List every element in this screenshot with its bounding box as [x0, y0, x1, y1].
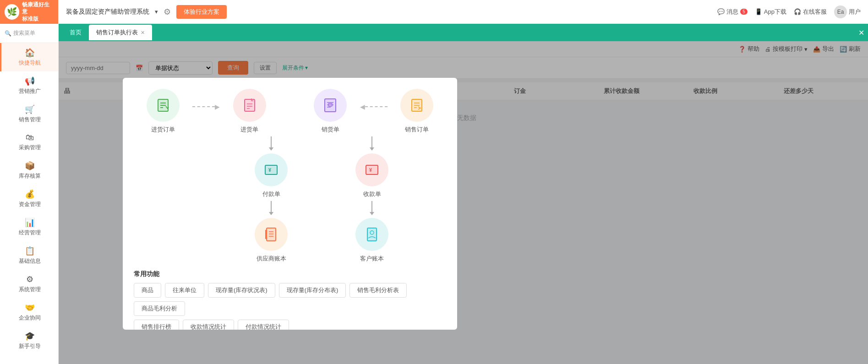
sidebar-item-purchase[interactable]: 🛍 采购管理 — [0, 128, 58, 156]
svg-rect-29 — [265, 230, 267, 239]
topbar-right: 💬 消息 5 📱 App下载 🎧 在线客服 Ea 用户 — [717, 5, 861, 18]
flow-item-sales-order[interactable]: 销售订单 — [388, 89, 446, 134]
modal-overlay: 进货订单 ▶ — [59, 41, 868, 364]
sidebar-item-system[interactable]: ⚙ 系统管理 — [0, 270, 58, 298]
flow-item-purchase-slip[interactable]: 进货单 — [220, 89, 278, 134]
user-menu[interactable]: Ea 用户 — [834, 5, 861, 18]
vert-arrow-purchase-slip — [235, 134, 308, 153]
receipt-slip-circle: ¥ — [355, 153, 388, 186]
sales-order-circle — [400, 89, 433, 122]
service-icon: 🎧 — [794, 8, 801, 15]
func-btns-row1: 商品 往来单位 现存量(库存状况表) 现存量(库存分布表) 销售毛利分析表 商品… — [134, 283, 446, 316]
arrow-purchase-to-slip: ▶ — [192, 103, 220, 110]
tabbar: 首页 销售订单执行表 ✕ ✕ — [59, 24, 868, 41]
sidebar-item-operation[interactable]: 📊 经营管理 — [0, 213, 58, 241]
customer-ledger-label: 客户账本 — [360, 255, 384, 263]
svg-rect-7 — [325, 99, 336, 112]
supplier-ledger-circle — [255, 218, 288, 251]
download-icon: 📱 — [755, 8, 762, 15]
content-area: ❓ 帮助 🖨 按模板打印 ▾ 📤 导出 🔄 刷新 📅 单据状态 — [59, 41, 868, 364]
trial-button[interactable]: 体验行业方案 — [176, 5, 227, 19]
sidebar: 🌿 畅康通好生意 标准版 🔍 搜索菜单 🏠 快捷导航 📢 营销推广 🛒 销售管理… — [0, 0, 59, 364]
enterprise-icon: 🤝 — [25, 303, 35, 313]
func-btn-receipt-stats[interactable]: 收款情况统计 — [183, 320, 234, 330]
vert-arrow-payment — [235, 198, 308, 218]
tab-sales-order-exec[interactable]: 销售订单执行表 ✕ — [89, 25, 152, 40]
system-icon: ⚙ — [26, 274, 33, 284]
logo-icon: 🌿 — [5, 4, 19, 20]
supplier-ledger-label: 供应商账本 — [257, 255, 286, 263]
sidebar-search-area: 🔍 搜索菜单 — [0, 24, 58, 43]
func-btn-sales-profit[interactable]: 销售毛利分析表 — [349, 283, 407, 298]
sidebar-item-sales[interactable]: 🛒 销售管理 — [0, 100, 58, 128]
search-icon: 🔍 — [5, 30, 11, 37]
sales-icon: 🛒 — [25, 104, 35, 114]
sales-slip-label: 销货单 — [322, 125, 339, 134]
operation-icon: 📊 — [25, 217, 35, 228]
system-title: 装备及固定资产辅助管理系统 — [66, 8, 149, 16]
logo-text: 畅康通好生意 标准版 — [22, 1, 54, 23]
basic-icon: 📋 — [25, 246, 35, 256]
purchase-slip-circle — [233, 89, 266, 122]
sidebar-item-enterprise[interactable]: 🤝 企业协同 — [0, 298, 58, 326]
flow-item-customer-ledger[interactable]: 客户账本 — [335, 218, 409, 263]
system-dropdown[interactable]: ▾ — [155, 8, 158, 15]
message-button[interactable]: 💬 消息 5 — [717, 8, 748, 16]
func-btn-stock-status[interactable]: 现存量(库存状况表) — [208, 283, 275, 298]
message-icon: 💬 — [717, 8, 725, 15]
func-btn-stock-dist[interactable]: 现存量(库存分布表) — [279, 283, 346, 298]
tabbar-close-button[interactable]: ✕ — [858, 28, 864, 37]
flow-vert-arrows-2 — [134, 198, 446, 218]
marketing-icon: 📢 — [25, 76, 35, 86]
flow-item-supplier-ledger[interactable]: 供应商账本 — [235, 218, 308, 263]
svg-text:¥: ¥ — [369, 167, 372, 173]
purchase-order-label: 进货订单 — [151, 125, 175, 134]
receipt-slip-label: 收款单 — [363, 190, 381, 198]
func-btn-sales-rank[interactable]: 销售排行榜 — [134, 320, 179, 330]
settings-icon[interactable]: ⚙ — [164, 7, 171, 17]
vert-arrow-receipt — [335, 198, 409, 218]
common-functions-title: 常用功能 — [134, 270, 446, 278]
flow-item-purchase-order[interactable]: 进货订单 — [134, 89, 192, 134]
sidebar-item-guide[interactable]: 🎓 新手引导 — [0, 326, 58, 355]
home-icon: 🏠 — [25, 48, 35, 58]
payment-slip-label: 付款单 — [262, 190, 280, 198]
svg-rect-24 — [267, 228, 276, 241]
flow-item-sales-slip[interactable]: 销货单 — [301, 89, 360, 134]
sidebar-item-marketing[interactable]: 📢 营销推广 — [0, 71, 58, 100]
search-menu-button[interactable]: 🔍 搜索菜单 — [5, 27, 54, 39]
svg-rect-5 — [245, 99, 255, 111]
user-avatar: Ea — [834, 5, 847, 18]
func-btn-partner[interactable]: 往来单位 — [165, 283, 204, 298]
online-service-button[interactable]: 🎧 在线客服 — [794, 8, 827, 16]
tab-home[interactable]: 首页 — [62, 25, 89, 40]
topbar: 装备及固定资产辅助管理系统 ▾ ⚙ 体验行业方案 💬 消息 5 📱 App下载 … — [59, 0, 868, 24]
chevron-down-icon: ▾ — [155, 8, 158, 15]
func-btns-row2: 销售排行榜 收款情况统计 付款情况统计 — [134, 320, 446, 330]
func-btn-product-profit[interactable]: 商品毛利分析 — [134, 301, 185, 316]
flow-item-payment-slip[interactable]: ¥ 付款单 — [235, 153, 308, 198]
common-functions-section: 常用功能 商品 往来单位 现存量(库存状况表) 现存量(库存分布表) 销售毛利分… — [134, 270, 446, 330]
sidebar-item-finance[interactable]: 💰 资金管理 — [0, 185, 58, 213]
flow-row-middle: ¥ 付款单 ¥ — [134, 153, 446, 198]
sidebar-logo: 🌿 畅康通好生意 标准版 — [0, 0, 58, 24]
sidebar-item-inventory[interactable]: 📦 库存核算 — [0, 156, 58, 185]
flow-vert-arrows — [134, 134, 446, 153]
flow-item-receipt-slip[interactable]: ¥ 收款单 — [335, 153, 409, 198]
func-btn-product[interactable]: 商品 — [134, 283, 161, 298]
sales-slip-circle — [314, 89, 347, 122]
customer-ledger-circle — [355, 218, 388, 251]
func-btn-payment-stats[interactable]: 付款情况统计 — [238, 320, 289, 330]
purchase-order-circle — [147, 89, 180, 122]
purchase-slip-label: 进货单 — [240, 125, 258, 134]
inventory-icon: 📦 — [25, 161, 35, 171]
message-badge: 5 — [740, 9, 748, 15]
sidebar-item-basic[interactable]: 📋 基础信息 — [0, 241, 58, 270]
quick-nav-modal: 进货订单 ▶ — [123, 78, 457, 330]
sidebar-item-quick-nav[interactable]: 🏠 快捷导航 — [0, 43, 58, 71]
purchase-icon: 🛍 — [26, 133, 34, 142]
app-download-button[interactable]: 📱 App下载 — [755, 8, 786, 16]
sidebar-nav: 🏠 快捷导航 📢 营销推广 🛒 销售管理 🛍 采购管理 📦 库存核算 💰 资金管… — [0, 43, 58, 364]
tab-close-icon[interactable]: ✕ — [141, 30, 145, 36]
guide-icon: 🎓 — [25, 331, 35, 341]
